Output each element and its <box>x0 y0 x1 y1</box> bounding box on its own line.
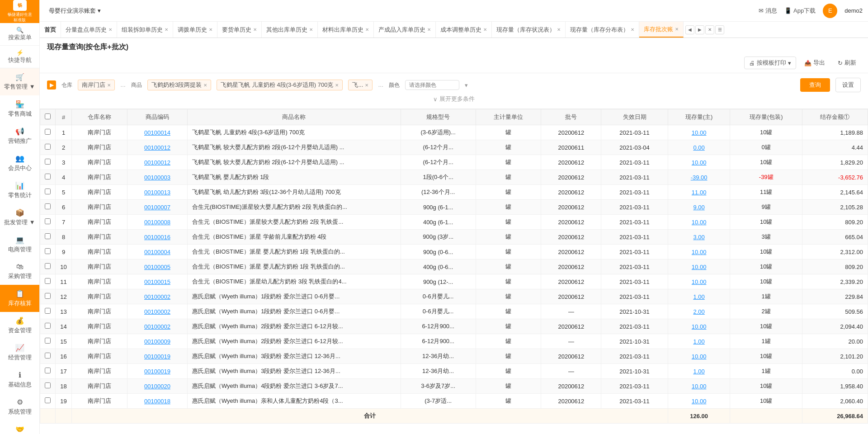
row-checkbox[interactable] <box>40 125 56 140</box>
row-index: 14 <box>56 319 72 334</box>
product-tag-2-close[interactable]: ✕ <box>335 83 339 88</box>
user-avatar[interactable]: E <box>823 4 837 18</box>
tab-prev-btn[interactable]: ◀ <box>685 25 694 34</box>
row-qty-pkg: 10罐 <box>730 259 802 274</box>
tab-order-close[interactable]: ✕ <box>253 27 257 32</box>
settings-button[interactable]: 设置 <box>835 78 861 92</box>
sidebar-item-purchase[interactable]: 🛍 采购管理 <box>0 258 39 285</box>
row-unit: 罐 <box>476 200 541 215</box>
sidebar-item-marketing[interactable]: 📢 营销推广 <box>0 123 39 150</box>
sidebar-item-member[interactable]: 👥 会员中心 <box>0 150 39 177</box>
row-unit: 罐 <box>476 140 541 155</box>
refresh-button[interactable]: ↻ 刷新 <box>833 57 861 69</box>
app-download-action[interactable]: 📱 App下载 <box>784 7 816 15</box>
query-button[interactable]: 查询 <box>800 78 830 92</box>
tab-stock-dist[interactable]: 现存量（库存分布表） ✕ <box>566 22 639 38</box>
row-name: 飞鹤星飞帆 婴儿配方奶粉 1段 <box>187 170 401 185</box>
tab-order[interactable]: 要货单历史 ✕ <box>217 22 262 38</box>
print-button[interactable]: 🖨 按模板打印 ▾ <box>744 57 796 69</box>
tab-batch-close[interactable]: ✕ <box>675 27 679 32</box>
row-spec: 12-36月幼... <box>401 349 476 364</box>
product-tag-3-close[interactable]: ✕ <box>365 83 368 88</box>
row-checkbox[interactable] <box>40 274 56 289</box>
message-action[interactable]: ✉ 消息 <box>759 7 777 15</box>
row-unit: 罐 <box>476 379 541 394</box>
tab-stock-dist-close[interactable]: ✕ <box>631 27 634 32</box>
row-checkbox[interactable] <box>40 259 56 274</box>
sidebar-item-basic-info[interactable]: ℹ 基础信息 <box>0 366 39 393</box>
account-dropdown[interactable]: 母婴行业演示账套 ▾ <box>45 5 104 17</box>
color-input[interactable] <box>405 80 459 90</box>
warehouse-more[interactable]: … <box>120 82 126 88</box>
row-checkbox[interactable] <box>40 200 56 215</box>
row-checkbox[interactable] <box>40 289 56 304</box>
sidebar-item-system[interactable]: ⚙ 系统管理 <box>0 393 39 420</box>
export-button[interactable]: 📤 导出 <box>800 57 830 69</box>
tab-close-btn[interactable]: ✕ <box>705 25 714 34</box>
table-row: 16 南岸门店 00100019 惠氏启赋（Wyeth illuma）3段奶粉 … <box>40 349 868 364</box>
row-checkbox[interactable] <box>40 319 56 334</box>
sidebar-item-finance[interactable]: 💰 资金管理 <box>0 312 39 339</box>
data-table-container[interactable]: # 仓库名称 商品编码 商品名称 规格型号 主计量单位 批号 失效日期 现存量(… <box>40 109 868 434</box>
col-spec: 规格型号 <box>401 109 476 125</box>
row-checkbox[interactable] <box>40 140 56 155</box>
col-checkbox[interactable] <box>40 109 56 125</box>
row-checkbox[interactable] <box>40 170 56 185</box>
tab-next-btn[interactable]: ▶ <box>695 25 704 34</box>
color-dropdown-icon[interactable]: ▾ <box>465 82 468 89</box>
row-expire: 2021-03-11 <box>601 185 668 200</box>
tab-product-in-close[interactable]: ✕ <box>427 27 431 32</box>
tab-current-stock-close[interactable]: ✕ <box>557 27 561 32</box>
sidebar-item-wholesale[interactable]: 📦 批发管理 ▼ <box>0 204 39 231</box>
row-checkbox[interactable] <box>40 364 56 379</box>
product-more[interactable]: … <box>378 82 383 88</box>
sidebar-item-operations[interactable]: 📈 经营管理 <box>0 339 39 366</box>
row-checkbox[interactable] <box>40 215 56 230</box>
row-checkbox[interactable] <box>40 334 56 349</box>
col-qty-pkg: 现存量(包装) <box>730 109 802 125</box>
row-checkbox[interactable] <box>40 349 56 364</box>
tab-other-out[interactable]: 其他出库单历史 ✕ <box>262 22 318 38</box>
row-checkbox[interactable] <box>40 304 56 319</box>
row-checkbox[interactable] <box>40 185 56 200</box>
row-checkbox[interactable] <box>40 379 56 394</box>
tab-current-stock[interactable]: 现存量（库存状况表） ✕ <box>492 22 566 38</box>
warehouse-filter-label: 仓库 <box>61 81 72 89</box>
row-checkbox[interactable] <box>40 245 56 259</box>
row-qty-main: 10.00 <box>668 215 730 230</box>
product-tag-1-close[interactable]: ✕ <box>203 83 207 88</box>
tab-transfer-close[interactable]: ✕ <box>209 27 212 32</box>
tab-product-in[interactable]: 产成品入库单历史 ✕ <box>374 22 436 38</box>
tab-other-out-close[interactable]: ✕ <box>309 27 313 32</box>
sidebar-item-retail-mall[interactable]: 🏪 零售商城 <box>0 95 39 123</box>
tab-stocktake[interactable]: 分量盘点单历史 ✕ <box>61 22 117 38</box>
tab-material-out[interactable]: 材料出库单历史 ✕ <box>318 22 374 38</box>
tab-material-out-close[interactable]: ✕ <box>365 27 369 32</box>
warehouse-tag-close[interactable]: ✕ <box>107 83 111 88</box>
tab-cost-adjust[interactable]: 成本调整单历史 ✕ <box>436 22 492 38</box>
tab-home[interactable]: 首页 <box>40 22 61 38</box>
tab-batch-account[interactable]: 库存批次账 ✕ <box>639 22 684 38</box>
expand-more-btn[interactable]: ∨ 展开更多条件 <box>47 92 861 104</box>
search-menu[interactable]: 🔍 搜索菜单 <box>0 23 39 46</box>
tab-assembly-close[interactable]: ✕ <box>165 27 168 32</box>
tab-stocktake-close[interactable]: ✕ <box>108 27 112 32</box>
sidebar-item-retail-mgmt[interactable]: 🛒 零售管理 ▼ <box>0 68 39 95</box>
sidebar-item-retail-stats[interactable]: 📊 零售统计 <box>0 177 39 204</box>
tab-transfer[interactable]: 调拨单历史 ✕ <box>173 22 217 38</box>
sidebar-item-inventory[interactable]: 📋 库存核算 <box>0 285 39 312</box>
row-checkbox[interactable] <box>40 230 56 245</box>
filter-expand-btn[interactable]: ▶ <box>47 80 56 90</box>
sidebar-item-enterprise[interactable]: 🤝 企业协同 <box>0 420 39 434</box>
message-icon: ✉ <box>759 7 764 14</box>
tab-cost-adjust-close[interactable]: ✕ <box>483 27 487 32</box>
row-checkbox[interactable] <box>40 155 56 170</box>
quick-nav[interactable]: ⚡ 快捷导航 <box>0 46 39 68</box>
sidebar-item-ecommerce[interactable]: 💻 电商管理 <box>0 231 39 258</box>
select-all-checkbox[interactable] <box>45 113 51 119</box>
tab-menu-btn[interactable]: ☰ <box>715 25 724 34</box>
username-label[interactable]: demo2 <box>844 7 863 14</box>
tab-assembly[interactable]: 组装拆卸单历史 ✕ <box>117 22 173 38</box>
row-checkbox[interactable] <box>40 394 56 409</box>
col-batch: 批号 <box>541 109 601 125</box>
